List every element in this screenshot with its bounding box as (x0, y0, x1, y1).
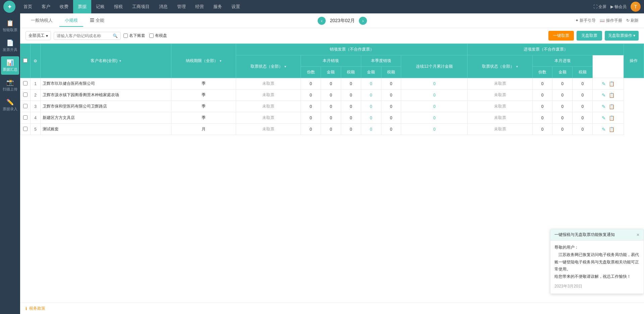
sidebar-item-scan-upload[interactable]: 📸 扫描上传 (1, 76, 19, 95)
header-sq-amount: 金额 (361, 67, 381, 78)
row-sq-tax: 0 (381, 78, 401, 89)
sub-tabs-right-actions: ✦ 新手引导 📖 操作手册 ↻ 刷新 (575, 18, 639, 23)
input-status-filter-icon[interactable]: ▾ (516, 65, 518, 68)
edit-icon[interactable]: ✎ (602, 104, 606, 109)
avatar[interactable]: T (631, 2, 641, 12)
row-sales-status: 未取票 (236, 101, 301, 112)
prev-period-btn[interactable]: ‹ (318, 17, 326, 25)
own-accounts-checkbox[interactable] (123, 34, 128, 38)
no-disk-ticket-btn[interactable]: 无盘取票 (577, 31, 602, 41)
nav-operation[interactable]: 经营 (191, 0, 209, 13)
view-icon[interactable]: 📋 (609, 92, 614, 98)
edit-icon[interactable]: ✎ (602, 81, 606, 86)
sidebar-item-invoice-summary[interactable]: 📊 票据汇总 (1, 56, 19, 75)
fullscreen-btn[interactable]: ⛶ 全屏 (593, 4, 606, 10)
has-disk-checkbox[interactable] (149, 34, 154, 38)
tax-policy-link[interactable]: 税务政策 (29, 306, 45, 311)
row-im-amount: 0 (552, 89, 573, 101)
row-checkbox[interactable] (23, 81, 28, 85)
nav-settings[interactable]: 设置 (227, 0, 245, 13)
notification-date: 2023年3月20日 (554, 283, 640, 290)
table-row: 1 卫辉市玖玖健合医药有限公司 季 未取票 0 0 0 0 0 0 未取票 0 … (20, 78, 644, 89)
row-tax-period: 季 (171, 89, 236, 101)
header-sq-tax: 税额 (381, 67, 401, 78)
row-sm-count: 0 (301, 89, 321, 101)
edit-icon[interactable]: ✎ (602, 127, 606, 132)
notification-close-btn[interactable]: ✕ (636, 233, 640, 237)
row-sq-tax: 0 (381, 112, 401, 124)
refresh-btn[interactable]: ↻ 刷新 (626, 18, 639, 23)
row-actions: ✎ 📋 (593, 101, 624, 112)
smart-ticket-icon: 📋 (2, 19, 18, 27)
tab-general-taxpayer[interactable]: 一般纳税人 (25, 15, 58, 27)
main-layout: 📋 智能取票 📄 发票开具 📊 票据汇总 📸 扫描上传 ✏️ 票据录入 一般纳税… (0, 13, 644, 314)
nav-bookkeeping[interactable]: 记账 (91, 0, 109, 13)
settings-icon[interactable]: ⚙ (34, 59, 37, 63)
row-checkbox[interactable] (23, 92, 28, 97)
row-im-count: 0 (532, 101, 552, 112)
row-tax-period: 季 (171, 101, 236, 112)
tax-period-filter-icon[interactable]: ▾ (220, 59, 221, 63)
nav-client[interactable]: 客户 (37, 0, 55, 13)
tab-small-scale[interactable]: 小规模 (59, 15, 83, 27)
sidebar-item-invoice-issue[interactable]: 📄 发票开具 (1, 37, 19, 55)
header-sm-count: 份数 (301, 67, 321, 78)
search-icon[interactable]: 🔍 (113, 34, 118, 38)
row-sm-amount: 0 (321, 112, 341, 124)
view-icon[interactable]: 📋 (609, 104, 614, 109)
view-icon[interactable]: 📋 (609, 115, 614, 121)
edit-icon[interactable]: ✎ (602, 92, 606, 98)
header-checkbox-cell (20, 44, 31, 78)
view-icon[interactable]: 📋 (609, 127, 614, 132)
nav-message[interactable]: 消息 (154, 0, 172, 13)
view-icon[interactable]: 📋 (609, 81, 614, 86)
nav-business[interactable]: 工商项目 (127, 0, 154, 13)
row-sm-count: 0 (301, 101, 321, 112)
period-label: 2023年02月 (330, 18, 355, 24)
employee-filter[interactable]: 全部员工 ▾ (25, 31, 51, 40)
row-num: 4 (31, 112, 41, 124)
header-12m: 连续12个月累计金额 (401, 55, 468, 78)
header-sm-tax: 税额 (341, 67, 361, 78)
nav-tax[interactable]: 报税 (109, 0, 127, 13)
row-checkbox-cell (20, 124, 31, 135)
info-icon: ℹ (25, 306, 27, 311)
header-tax-period: 纳税期限（全部） ▾ (171, 44, 236, 78)
new-guide-btn[interactable]: ✦ 新手引导 (575, 18, 596, 23)
row-checkbox[interactable] (23, 104, 28, 108)
row-sales-status: 未取票 (236, 124, 301, 135)
sidebar-item-smart-ticket[interactable]: 📋 智能取票 (1, 17, 19, 35)
customer-filter-icon[interactable]: ▾ (119, 59, 121, 63)
manual-btn[interactable]: 📖 操作手册 (600, 18, 622, 23)
row-sm-tax: 0 (341, 89, 361, 101)
row-checkbox[interactable] (23, 115, 28, 120)
nav-fee[interactable]: 收费 (55, 0, 73, 13)
vip-btn[interactable]: ▶ 畅会员 (610, 4, 627, 10)
search-input[interactable] (57, 34, 113, 38)
nav-home[interactable]: 首页 (19, 0, 37, 13)
next-period-btn[interactable]: › (359, 17, 367, 25)
select-all-checkbox[interactable] (23, 58, 28, 63)
sidebar-item-invoice-entry[interactable]: ✏️ 票据录入 (1, 96, 19, 114)
header-sales-status: 取票状态（全部） ▾ (236, 55, 301, 78)
no-disk-ops-btn[interactable]: 无盘取票操作 ▾ (605, 31, 639, 41)
one-click-ticket-btn[interactable]: 一键取票 (548, 31, 574, 41)
row-im-tax: 0 (573, 78, 593, 89)
row-im-amount: 0 (552, 78, 573, 89)
checkbox-own-accounts[interactable]: 名下账套 (123, 33, 145, 39)
nav-invoice[interactable]: 票据 (73, 0, 91, 13)
header-month-sales: 本月销项 (301, 55, 361, 67)
scan-upload-icon: 📸 (2, 79, 18, 86)
row-checkbox[interactable] (23, 127, 28, 131)
all-tab-label: 全能 (96, 18, 104, 23)
header-im-count: 份数 (532, 67, 552, 78)
edit-icon[interactable]: ✎ (602, 115, 606, 121)
notification-title: 一键报税与无盘取票功能恢复通知 (554, 232, 615, 238)
checkbox-has-disk[interactable]: 有税盘 (149, 33, 167, 39)
nav-service[interactable]: 服务 (209, 0, 227, 13)
nav-manage[interactable]: 管理 (172, 0, 191, 13)
sales-status-filter-icon[interactable]: ▾ (284, 65, 286, 68)
row-tax-period: 季 (171, 112, 236, 124)
tab-all[interactable]: ☰ 全能 (85, 15, 110, 27)
data-table: ⚙ 客户名称(全部) ▾ 纳税期限（全部） ▾ 销项发票（不合作废票） 进项发票… (20, 44, 644, 135)
